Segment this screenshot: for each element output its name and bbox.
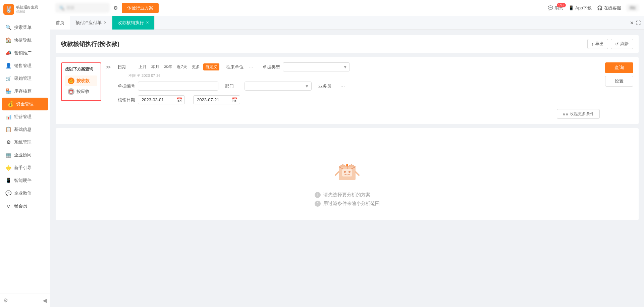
- sidebar-item-quick-nav[interactable]: 🏠 快捷导航: [0, 34, 50, 47]
- tab-fullscreen-icon[interactable]: ⛶: [636, 20, 641, 25]
- message-button[interactable]: 💬 消息 99+: [548, 5, 563, 11]
- sidebar-item-label: 采购管理: [14, 75, 32, 82]
- wechat-icon: 💬: [5, 190, 11, 196]
- tab-receipt-close-icon[interactable]: ✕: [146, 20, 149, 25]
- purchase-icon: 🛒: [5, 75, 11, 82]
- export-icon: ↑: [592, 42, 594, 47]
- verify-date-start-calendar-icon: 📅: [176, 97, 182, 103]
- filter-sidebar: 按以下方案查询 💰 按收款 ⏰ 按应收: [61, 62, 101, 101]
- sidebar-item-purchase[interactable]: 🛒 采购管理: [0, 72, 50, 85]
- date-last-month-btn[interactable]: 上月: [137, 63, 148, 70]
- filter-option-by-receipt[interactable]: 💰 按收款: [65, 75, 97, 86]
- sidebar-footer: ⚙ ◀: [0, 294, 50, 307]
- doc-type-select[interactable]: [283, 62, 350, 71]
- user-info[interactable]: Rit: [627, 4, 639, 11]
- collapse-more-label: 收起更多条件: [570, 111, 594, 117]
- svg-line-7: [356, 172, 359, 175]
- date-row: 日期 上月 本月 本年 近7天 更多 自定义: [118, 62, 600, 71]
- topbar-search-box[interactable]: 🔍 搜索: [56, 3, 109, 12]
- message-icon: 💬: [548, 5, 553, 10]
- date-7days-btn[interactable]: 近7天: [175, 63, 189, 70]
- verify-date-row: 核销日期 📅 — 📅: [118, 95, 600, 104]
- search-icon: 🔍: [59, 6, 64, 10]
- party-ellipsis-btn[interactable]: ···: [246, 63, 256, 71]
- sidebar-item-wechat[interactable]: 💬 企业微信: [0, 187, 50, 200]
- quick-nav-icon: 🏠: [5, 37, 11, 43]
- app-label: App下载: [575, 5, 592, 11]
- operations-icon: 📊: [5, 114, 11, 120]
- verify-date-label: 核销日期: [118, 97, 135, 103]
- sidebar-item-finance[interactable]: 💰 资金管理: [2, 98, 48, 110]
- doc-no-input[interactable]: [138, 82, 218, 91]
- sidebar-item-smart-hw[interactable]: 📱 智能硬件: [0, 174, 50, 187]
- tab-close-all-icon[interactable]: ✕: [630, 20, 634, 25]
- sidebar-item-label: 新手引导: [14, 165, 32, 171]
- hint-text-1: 请先选择要分析的方案: [323, 192, 370, 198]
- message-badge: 99+: [557, 3, 566, 7]
- sidebar-item-marketing[interactable]: 📣 营销推广: [0, 47, 50, 59]
- app-download-button[interactable]: 📱 App下载: [569, 5, 592, 11]
- inventory-icon: 🏪: [5, 88, 11, 94]
- sidebar-item-newbie[interactable]: 🌟 新手引导: [0, 161, 50, 174]
- svg-point-2: [344, 171, 346, 173]
- industry-solution-button[interactable]: 休验行业方案: [122, 3, 159, 13]
- sidebar-item-search-menu[interactable]: 🔍 搜索菜单: [0, 21, 50, 34]
- tab-prepay-flush[interactable]: 预付冲应付单 ✕: [70, 16, 112, 30]
- tab-receipt-flush[interactable]: 收款核销执行 ✕: [112, 16, 155, 30]
- hint-text-2: 用过滤条件来缩小分析范围: [323, 201, 380, 207]
- smart-hw-icon: 📱: [5, 177, 11, 184]
- verify-date-range: 📅 — 📅: [138, 95, 240, 104]
- sidebar-item-label: 经营管理: [14, 114, 32, 120]
- sidebar-item-system[interactable]: ⚙ 系统管理: [0, 136, 50, 149]
- sidebar-item-label: 企业微信: [14, 190, 32, 196]
- user-name: Rit: [630, 5, 635, 10]
- sidebar-item-inventory[interactable]: 🏪 库存核算: [0, 85, 50, 98]
- filter-sidebar-collapse-button[interactable]: ≫: [104, 62, 112, 71]
- date-custom-btn[interactable]: 自定义: [203, 63, 219, 70]
- sidebar-item-label: 营销推广: [14, 50, 32, 56]
- sidebar-item-vip[interactable]: V 畅会员: [0, 200, 50, 212]
- query-buttons: 查询 设置: [605, 62, 633, 87]
- search-menu-icon: 🔍: [5, 24, 11, 31]
- finance-icon: 💰: [7, 101, 13, 107]
- collapse-more-button[interactable]: ∧∧ 收起更多条件: [557, 109, 600, 119]
- settings-button[interactable]: 设置: [605, 76, 633, 87]
- topbar-gear-icon[interactable]: ⚙: [113, 5, 118, 11]
- topbar: 🔍 搜索 ⚙ 休验行业方案 💬 消息 99+ 📱 App下载 🎧 在线客服 Ri…: [50, 0, 644, 16]
- filter-option-by-receivable[interactable]: ⏰ 按应收: [65, 86, 97, 97]
- tab-prepay-close-icon[interactable]: ✕: [104, 20, 107, 25]
- sidebar-settings-icon[interactable]: ⚙: [3, 297, 8, 304]
- dept-field: 部门 ▼: [225, 82, 312, 91]
- date-this-year-btn[interactable]: 本年: [163, 63, 173, 70]
- doc-no-field: 单据编号: [118, 82, 218, 91]
- date-more-btn[interactable]: 更多: [191, 63, 201, 70]
- date-not-limited-text: 不限 至 2023-07-26: [128, 73, 160, 78]
- sidebar-item-sales[interactable]: 👤 销售管理: [0, 59, 50, 72]
- export-button[interactable]: ↑ 导出: [587, 39, 608, 49]
- online-service-button[interactable]: 🎧 在线客服: [597, 5, 621, 11]
- system-icon: ⚙: [5, 139, 11, 145]
- sidebar-item-enterprise[interactable]: 🏢 企业协同: [0, 149, 50, 161]
- sidebar-collapse-icon[interactable]: ◀: [43, 297, 47, 304]
- tab-home[interactable]: 首页: [50, 16, 70, 30]
- base-info-icon: 📋: [5, 126, 11, 133]
- refresh-button[interactable]: ↺ 刷新: [611, 39, 633, 49]
- sidebar-item-base-info[interactable]: 📋 基础信息: [0, 123, 50, 136]
- doc-type-field: 单据类型 ▼: [263, 62, 350, 71]
- marketing-icon: 📣: [5, 50, 11, 56]
- date-quick-btns: 上月 本月 本年 近7天 更多 自定义: [137, 63, 219, 70]
- enterprise-icon: 🏢: [5, 152, 11, 158]
- topbar-actions: 💬 消息 99+ 📱 App下载 🎧 在线客服 Rit: [548, 4, 639, 11]
- sidebar-item-label: 企业协同: [14, 152, 32, 158]
- sidebar-item-label: 销售管理: [14, 63, 32, 69]
- date-this-month-btn[interactable]: 本月: [150, 63, 161, 70]
- page-header: 收款核销执行(按收款) ↑ 导出 ↺ 刷新: [56, 35, 639, 53]
- svg-rect-1: [342, 169, 352, 176]
- filter-sidebar-title: 按以下方案查询: [65, 66, 97, 72]
- staff-ellipsis-btn[interactable]: ···: [338, 82, 347, 91]
- app-icon: 📱: [569, 5, 574, 10]
- sidebar-item-label: 快捷导航: [14, 37, 32, 43]
- query-button[interactable]: 查询: [605, 62, 633, 73]
- sidebar-item-operations[interactable]: 📊 经营管理: [0, 110, 50, 123]
- dept-select[interactable]: [245, 82, 312, 91]
